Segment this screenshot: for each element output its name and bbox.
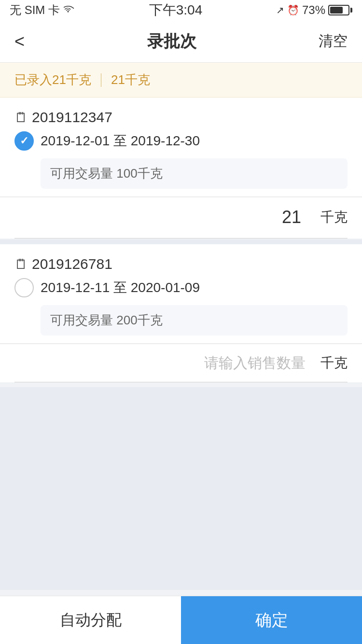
location-icon: ↗ bbox=[276, 4, 284, 16]
section-separator bbox=[0, 239, 362, 244]
page-title: 录批次 bbox=[147, 30, 196, 53]
battery-icon bbox=[328, 5, 352, 15]
avail-text-2: 可用交易量 200千克 bbox=[50, 313, 163, 327]
qty-unit-1: 千克 bbox=[320, 208, 348, 226]
info-banner: 已录入21千克 21千克 bbox=[0, 63, 362, 98]
batch-date-row-2[interactable]: 2019-12-11 至 2020-01-09 bbox=[14, 278, 348, 297]
input-row-2: 千克 bbox=[0, 344, 362, 382]
nav-bar: < 录批次 清空 bbox=[0, 20, 362, 63]
status-bar: 无 SIM 卡 下午3:04 ↗ ⏰ 73% bbox=[0, 0, 362, 20]
batch-id-2: 2019126781 bbox=[32, 256, 112, 272]
batch-card-1: 🗒 2019112347 2019-12-01 至 2019-12-30 可用交… bbox=[0, 98, 362, 238]
batch-card-2: 🗒 2019126781 2019-12-11 至 2020-01-09 可用交… bbox=[0, 244, 362, 382]
wifi-icon bbox=[64, 6, 75, 14]
status-time: 下午3:04 bbox=[149, 1, 203, 19]
batch-id-row-1: 🗒 2019112347 bbox=[14, 109, 348, 126]
batch-doc-icon-1: 🗒 bbox=[14, 110, 28, 126]
banner-divider bbox=[101, 73, 101, 87]
qty-input-2[interactable] bbox=[178, 355, 313, 371]
avail-text-1: 可用交易量 100千克 bbox=[50, 166, 163, 181]
radio-2[interactable] bbox=[14, 278, 34, 297]
battery-pct: 73% bbox=[302, 3, 325, 17]
radio-1[interactable] bbox=[14, 131, 34, 151]
confirm-button[interactable]: 确定 bbox=[181, 596, 362, 644]
batch-doc-icon-2: 🗒 bbox=[14, 256, 28, 272]
recorded-value: 21千克 bbox=[111, 71, 150, 88]
back-button[interactable]: < bbox=[14, 31, 25, 52]
batch-date-2: 2019-12-11 至 2020-01-09 bbox=[41, 279, 200, 297]
recorded-label: 已录入21千克 bbox=[14, 71, 91, 88]
alarm-icon: ⏰ bbox=[287, 4, 299, 16]
batch-id-1: 2019112347 bbox=[32, 109, 112, 126]
avail-box-1: 可用交易量 100千克 bbox=[41, 158, 348, 189]
qty-row-1: 21 千克 bbox=[0, 197, 362, 237]
bottom-bar: 自动分配 确定 bbox=[0, 596, 362, 644]
no-sim-label: 无 SIM 卡 bbox=[10, 2, 60, 18]
auto-distribute-button[interactable]: 自动分配 bbox=[0, 596, 181, 644]
avail-box-2: 可用交易量 200千克 bbox=[41, 305, 348, 336]
clear-button[interactable]: 清空 bbox=[319, 31, 348, 51]
qty-value-1: 21 bbox=[282, 207, 301, 227]
status-right: ↗ ⏰ 73% bbox=[276, 3, 352, 17]
status-left: 无 SIM 卡 bbox=[10, 2, 75, 18]
empty-area bbox=[0, 387, 362, 590]
batch-date-1: 2019-12-01 至 2019-12-30 bbox=[41, 132, 200, 150]
batch-date-row-1[interactable]: 2019-12-01 至 2019-12-30 bbox=[14, 131, 348, 151]
qty-unit-2: 千克 bbox=[320, 354, 348, 372]
batch-id-row-2: 🗒 2019126781 bbox=[14, 256, 348, 272]
